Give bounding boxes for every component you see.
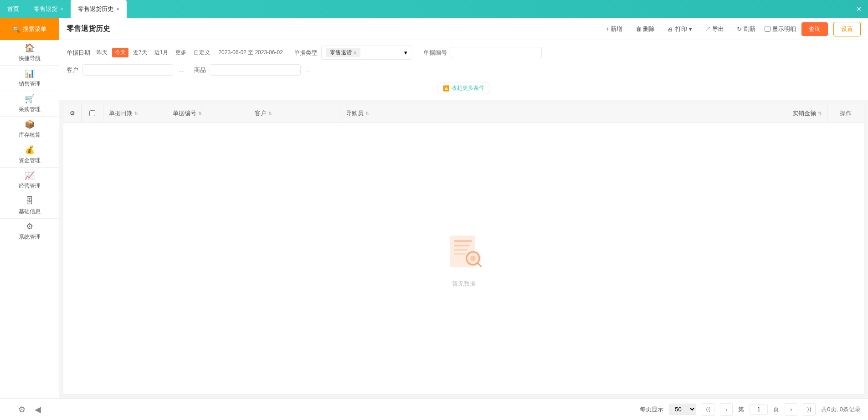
- th-checkbox[interactable]: [82, 104, 103, 122]
- sidebar-item-system[interactable]: ⚙ 系统管理: [0, 219, 59, 244]
- th-doc-no[interactable]: 单据编号 ⇅: [167, 104, 249, 122]
- tab-retail-return[interactable]: 零售退货 ×: [26, 0, 71, 18]
- purchase-icon: 🛒: [25, 94, 35, 104]
- th-customer-label: 客户: [255, 109, 267, 118]
- first-page-button[interactable]: ⟨⟨: [702, 403, 714, 416]
- date-shortcut-custom[interactable]: 自定义: [191, 48, 213, 57]
- sidebar-item-quick-nav-label: 快捷导航: [19, 55, 41, 62]
- export-button[interactable]: ↗ 导出: [701, 23, 728, 35]
- doc-type-tag: 零售退货 ×: [326, 48, 360, 57]
- tab-home-label: 首页: [7, 5, 19, 13]
- doc-no-label: 单据编号: [423, 49, 447, 57]
- th-guide-label: 导购员: [346, 109, 364, 118]
- doc-type-filter-group: 单据类型 零售退货 × ▾: [294, 46, 412, 60]
- th-setting[interactable]: ⚙: [63, 104, 82, 122]
- doc-no-input[interactable]: [451, 47, 542, 58]
- svg-point-8: [470, 256, 476, 261]
- empty-illustration: [441, 229, 487, 274]
- sidebar-item-finance-label: 资金管理: [19, 157, 41, 164]
- print-button[interactable]: 🖨 打印 ▾: [664, 23, 696, 35]
- customer-input[interactable]: [82, 64, 173, 76]
- date-range-display[interactable]: 2023-06-02 至 2023-06-02: [218, 49, 282, 56]
- page-go-label: 第: [738, 405, 744, 414]
- page-title: 零售退货历史: [67, 24, 602, 34]
- last-page-button[interactable]: ⟩⟩: [803, 403, 816, 416]
- th-operation-label: 操作: [840, 109, 852, 118]
- tab-retail-return-history-close[interactable]: ×: [116, 6, 119, 12]
- filter-row-2: 客户 ... 商品 ...: [67, 64, 861, 76]
- th-customer[interactable]: 客户 ⇅: [249, 104, 340, 122]
- next-page-button[interactable]: ›: [785, 403, 797, 416]
- doc-type-dropdown-icon: ▾: [404, 49, 407, 56]
- date-shortcut-7days[interactable]: 近7天: [130, 48, 150, 57]
- new-button[interactable]: + 新增: [602, 23, 626, 35]
- delete-button[interactable]: 🗑 删除: [632, 23, 659, 35]
- settings-label: 设置: [841, 25, 853, 33]
- doc-type-label: 单据类型: [294, 49, 318, 57]
- page-size-select[interactable]: 20 50 100: [669, 404, 696, 415]
- operations-icon: 📈: [25, 170, 35, 180]
- doc-sort-icon: ⇅: [198, 111, 202, 116]
- date-filter-label: 单据日期: [67, 49, 90, 57]
- th-guide[interactable]: 导购员 ⇅: [340, 104, 413, 122]
- display-detail-checkbox[interactable]: [765, 26, 770, 32]
- tab-home[interactable]: 首页: [0, 0, 26, 18]
- display-detail-label: 显示明细: [772, 25, 796, 33]
- query-label: 查询: [809, 25, 821, 33]
- date-shortcut-yesterday[interactable]: 昨天: [94, 48, 110, 57]
- base-info-icon: 🗄: [26, 196, 34, 206]
- print-dropdown-icon: ▾: [689, 26, 692, 32]
- delete-label: 🗑 删除: [636, 25, 655, 33]
- sidebar-item-base-info-label: 基础信息: [19, 208, 41, 215]
- sidebar-item-operations[interactable]: 📈 经营管理: [0, 168, 59, 193]
- sidebar-bottom: ⚙ ◀: [0, 398, 59, 420]
- window-close-button[interactable]: ×: [850, 0, 868, 18]
- date-shortcut-1month[interactable]: 近1月: [152, 48, 171, 57]
- customer-filter-group: 客户 ...: [67, 64, 183, 76]
- th-doc-no-label: 单据编号: [173, 109, 196, 118]
- refresh-button[interactable]: ↻ 刷新: [733, 23, 759, 35]
- sidebar-item-purchase-label: 采购管理: [19, 106, 41, 113]
- sidebar-item-sales-label: 销售管理: [19, 80, 41, 88]
- sidebar-item-inventory[interactable]: 📦 库存核算: [0, 117, 59, 142]
- select-all-checkbox[interactable]: [89, 110, 95, 116]
- export-label: ↗ 导出: [705, 25, 724, 33]
- date-shortcut-more[interactable]: 更多: [173, 48, 189, 57]
- date-shortcut-today[interactable]: 今天: [112, 48, 128, 57]
- main-layout: 🔍 搜索菜单 🏠 快捷导航 📊 销售管理 🛒 采购管理 📦 库存核算 💰 资金管…: [0, 18, 868, 420]
- guide-sort-icon: ⇅: [365, 111, 369, 116]
- doc-type-remove-icon[interactable]: ×: [354, 50, 357, 56]
- settings-button[interactable]: 设置: [833, 22, 861, 36]
- sidebar-search[interactable]: 🔍 搜索菜单: [0, 18, 59, 40]
- sales-icon: 📊: [25, 68, 35, 78]
- new-label: + 新增: [606, 25, 622, 33]
- customer-label: 客户: [67, 66, 78, 74]
- settings-icon[interactable]: ⚙: [18, 405, 26, 415]
- svg-rect-1: [454, 240, 472, 242]
- collapse-label: 收起更多条件: [452, 84, 484, 92]
- collapse-up-icon: 🔼: [443, 85, 450, 92]
- goods-input[interactable]: [210, 64, 301, 76]
- prev-page-button[interactable]: ‹: [720, 403, 733, 416]
- tab-retail-return-close[interactable]: ×: [60, 6, 63, 12]
- th-amount[interactable]: 实销金额 ⇅: [413, 104, 827, 122]
- sidebar-item-quick-nav[interactable]: 🏠 快捷导航: [0, 40, 59, 66]
- sidebar: 🔍 搜索菜单 🏠 快捷导航 📊 销售管理 🛒 采购管理 📦 库存核算 💰 资金管…: [0, 18, 59, 420]
- empty-text: 暂无数据: [452, 280, 476, 288]
- svg-rect-4: [454, 253, 465, 255]
- sidebar-item-finance[interactable]: 💰 资金管理: [0, 142, 59, 168]
- page-number-input[interactable]: [750, 404, 768, 415]
- query-button[interactable]: 查询: [801, 22, 828, 36]
- doc-type-select[interactable]: 零售退货 × ▾: [321, 46, 412, 60]
- collapse-sidebar-icon[interactable]: ◀: [35, 405, 41, 415]
- tab-retail-return-history[interactable]: 零售退货历史 ×: [71, 0, 127, 18]
- th-date[interactable]: 单据日期 ⇅: [103, 104, 167, 122]
- sidebar-item-purchase[interactable]: 🛒 采购管理: [0, 91, 59, 117]
- tab-retail-return-history-label: 零售退货历史: [78, 5, 113, 13]
- collapse-button[interactable]: 🔼 收起更多条件: [437, 82, 490, 94]
- sidebar-item-base-info[interactable]: 🗄 基础信息: [0, 193, 59, 219]
- pagination-bar: 每页显示 20 50 100 ⟨⟨ ‹ 第 页 › ⟩⟩ 共0页, 0条记录: [59, 398, 868, 420]
- date-shortcuts: 昨天 今天 近7天 近1月 更多 自定义: [94, 48, 213, 57]
- page-label: 页: [773, 405, 779, 414]
- sidebar-item-sales[interactable]: 📊 销售管理: [0, 66, 59, 91]
